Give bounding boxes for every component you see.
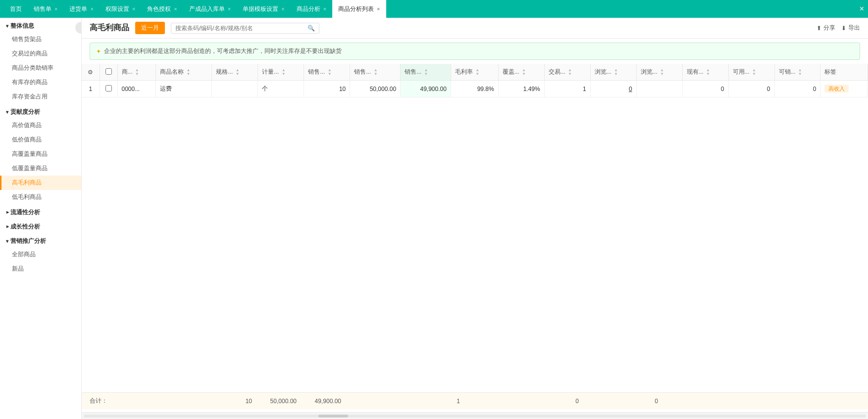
th-settings[interactable]: ⚙ (82, 64, 100, 81)
th-sale-profit[interactable]: 销售... ▲▼ (401, 64, 451, 81)
th-unit[interactable]: 计量... ▲▼ (258, 64, 304, 81)
footer-saleable-stock: 0 (622, 398, 662, 405)
sidebar-item-low-coverage[interactable]: 低覆盖量商品 (0, 161, 81, 176)
th-checkbox[interactable] (100, 64, 117, 81)
footer-empty2 (385, 398, 424, 405)
nav-sales-order[interactable]: 销售单 × (28, 0, 63, 18)
main-container: 《 ▾ 整体信息 销售货架品 交易过的商品 商品分类助销率 有库存的商品 库存资… (0, 18, 868, 419)
close-role-auth-icon[interactable]: × (174, 6, 177, 12)
settings-icon[interactable]: ⚙ (88, 69, 93, 76)
footer-empty4 (504, 398, 543, 405)
sidebar-group-contribution[interactable]: ▾ 贡献度分析 (0, 104, 81, 118)
nav-home[interactable]: 首页 (4, 0, 28, 18)
footer-total-row: 合计： 10 50,000.00 49,900.00 1 0 0 (82, 392, 868, 409)
th-coverage[interactable]: 覆盖... ▲▼ (498, 64, 544, 81)
sort-sale-profit-icon: ▲▼ (424, 68, 428, 76)
sidebar-item-high-margin[interactable]: 高毛利商品 (0, 176, 81, 190)
close-template-settings-icon[interactable]: × (281, 6, 284, 12)
close-sales-order-icon[interactable]: × (54, 6, 57, 12)
th-views1[interactable]: 浏览... ▲▼ (590, 64, 636, 81)
sort-spec-icon: ▲▼ (236, 68, 240, 76)
nav-template-settings[interactable]: 单据模板设置 × (237, 0, 290, 18)
share-button[interactable]: ⬆ 分享 (817, 24, 835, 32)
sidebar-group-growth[interactable]: ▾ 成长性分析 (0, 219, 81, 233)
page-title: 高毛利商品 (90, 23, 129, 33)
close-product-analysis-list-icon[interactable]: × (377, 6, 380, 12)
sidebar-item-sales-shelf[interactable]: 销售货架品 (0, 32, 81, 47)
td-avail-stock: 0 (728, 81, 774, 97)
footer-sale-qty-val: 10 (216, 398, 256, 405)
row-checkbox[interactable] (105, 85, 112, 92)
close-permission-settings-icon[interactable]: × (132, 6, 135, 12)
scrollbar-track[interactable] (84, 415, 866, 418)
horizontal-scrollbar[interactable] (82, 412, 868, 419)
sidebar-group-liquidity[interactable]: ▾ 流通性分析 (0, 204, 81, 219)
search-icon[interactable]: 🔍 (307, 25, 315, 32)
close-product-inbound-icon[interactable]: × (228, 6, 231, 12)
sidebar-item-low-value[interactable]: 低价值商品 (0, 133, 81, 147)
sidebar-group-overall[interactable]: ▾ 整体信息 (0, 18, 81, 32)
sort-name-icon: ▲▼ (187, 68, 191, 76)
close-product-analysis-icon[interactable]: × (323, 6, 326, 12)
close-all-tabs-button[interactable]: × (860, 4, 864, 13)
sidebar-item-traded-goods[interactable]: 交易过的商品 (0, 47, 81, 61)
sort-views2-icon: ▲▼ (660, 68, 664, 76)
chevron-down-icon: ▾ (6, 23, 8, 29)
nav-product-inbound[interactable]: 产成品入库单 × (183, 0, 237, 18)
nav-product-analysis-list[interactable]: 商品分析列表 × (332, 0, 386, 18)
sidebar-item-low-margin[interactable]: 低毛利商品 (0, 190, 81, 204)
table-row: 1 0000... 运费 个 (82, 81, 868, 97)
th-transactions[interactable]: 交易... ▲▼ (544, 64, 590, 81)
td-sale-amt: 50,000.00 (350, 81, 401, 97)
nav-role-auth[interactable]: 角色授权 × (141, 0, 183, 18)
scrollbar-thumb[interactable] (318, 415, 348, 418)
th-name[interactable]: 商品名称 ▲▼ (156, 64, 212, 81)
th-views2[interactable]: 浏览... ▲▼ (636, 64, 682, 81)
sidebar-item-category-sales-rate[interactable]: 商品分类助销率 (0, 61, 81, 75)
nav-purchase-order[interactable]: 进货单 × (63, 0, 99, 18)
chevron-down-icon-3: ▾ (6, 238, 8, 244)
footer-sale-qty (117, 398, 216, 405)
th-avail-stock[interactable]: 可用... ▲▼ (728, 64, 774, 81)
td-no: 1 (82, 81, 100, 97)
th-code[interactable]: 商... ▲▼ (117, 64, 156, 81)
search-input[interactable] (175, 25, 307, 32)
sidebar-item-all-goods[interactable]: 全部商品 (0, 247, 81, 262)
sort-transactions-icon: ▲▼ (568, 68, 572, 76)
export-button[interactable]: ⬇ 导出 (841, 24, 860, 32)
td-checkbox[interactable] (100, 81, 117, 97)
sort-saleable-stock-icon: ▲▼ (798, 68, 802, 76)
td-name: 运费 (156, 81, 212, 97)
close-purchase-order-icon[interactable]: × (90, 6, 93, 12)
sidebar-item-high-value[interactable]: 高价值商品 (0, 118, 81, 133)
sidebar-item-high-coverage[interactable]: 高覆盖量商品 (0, 147, 81, 161)
info-icon: ✦ (96, 48, 101, 55)
th-current-stock[interactable]: 现有... ▲▼ (682, 64, 728, 81)
footer-sale-amt: 50,000.00 (256, 398, 301, 405)
td-sale-qty: 10 (304, 81, 350, 97)
footer-transactions: 1 (424, 398, 464, 405)
header-actions: ⬆ 分享 ⬇ 导出 (817, 24, 860, 32)
nav-permission-settings[interactable]: 权限设置 × (100, 0, 141, 18)
td-views1[interactable]: 0 (590, 81, 636, 97)
sidebar-item-inventory-capital[interactable]: 库存资金占用 (0, 90, 81, 104)
th-saleable-stock[interactable]: 可销... ▲▼ (774, 64, 820, 81)
th-gross-rate[interactable]: 毛利率 ▲▼ (451, 64, 498, 81)
th-sale-qty[interactable]: 销售... ▲▼ (304, 64, 350, 81)
sidebar-group-marketing[interactable]: ▾ 营销推广分析 (0, 233, 81, 247)
table-container[interactable]: ⚙ 商... ▲▼ 商品名称 ▲▼ (82, 64, 868, 419)
search-box: 🔍 (171, 23, 319, 34)
nav-product-analysis[interactable]: 商品分析 × (291, 0, 332, 18)
sidebar-item-new-products[interactable]: 新品 (0, 262, 81, 276)
sort-avail-stock-icon: ▲▼ (752, 68, 756, 76)
footer-cells: 10 50,000.00 49,900.00 1 0 0 (117, 398, 662, 405)
td-tag: 高收入 (820, 81, 868, 97)
data-table: ⚙ 商... ▲▼ 商品名称 ▲▼ (82, 64, 868, 97)
th-tag[interactable]: 标签 (820, 64, 868, 81)
th-spec[interactable]: 规格... ▲▼ (212, 64, 258, 81)
content-area: 高毛利商品 近一月 🔍 ⬆ 分享 ⬇ 导出 ✦ 企业的主要的利润都是这部分商品创… (82, 18, 868, 419)
th-sale-amt[interactable]: 销售... ▲▼ (350, 64, 401, 81)
filter-recent-month-button[interactable]: 近一月 (135, 22, 165, 34)
select-all-checkbox[interactable] (105, 68, 112, 75)
sidebar-item-in-stock-goods[interactable]: 有库存的商品 (0, 75, 81, 90)
